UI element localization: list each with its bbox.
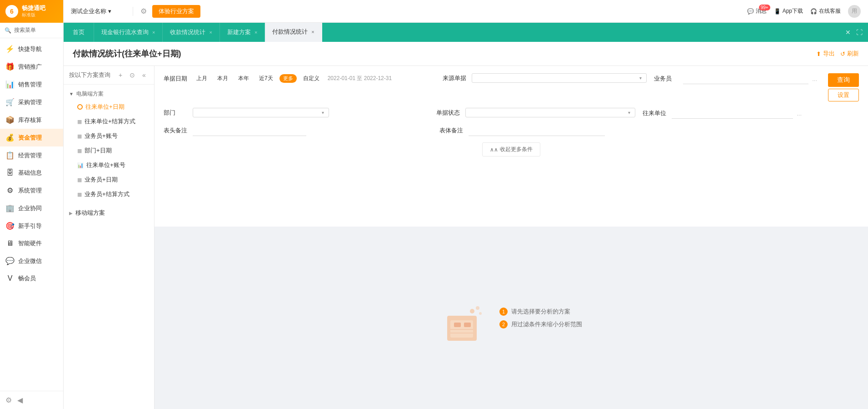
topbar-right: 💬 消息 99+ 📱 App下载 🎧 在线客服 用 — [747, 5, 861, 18]
company-selector[interactable]: 测试企业名称 ▾ — [71, 7, 125, 15]
partner-input[interactable] — [672, 108, 793, 119]
sidebar-item-xinshou[interactable]: 🎯新手引导 — [0, 217, 63, 235]
online-service-btn[interactable]: 🎧 在线客服 — [810, 7, 841, 15]
filter-row-1: 单据日期 上月 本月 本年 近7天 更多 自定义 2022-01-01 至 20… — [164, 73, 859, 101]
scheme-header-icons: + ⊙ « — [116, 71, 149, 80]
tab-fullscreen-icon[interactable]: ⛶ — [856, 29, 863, 36]
scheme-item-lw-settle[interactable]: ▦ 往来单位+结算方式 — [64, 114, 154, 129]
scheme-panel: 按以下方案查询 + ⊙ « ▼ 电脑端方案 往来单位+日期 — [64, 66, 155, 409]
scheme-item-dept-date-icon: ▦ — [77, 148, 82, 154]
scheme-item-dept-date[interactable]: ▦ 部门+日期 — [64, 143, 154, 158]
logo-text-group: 畅捷通吧 标准版 — [22, 5, 45, 18]
scheme-collapse-btn[interactable]: « — [140, 71, 149, 80]
settings-footer-icon[interactable]: ⚙ — [5, 396, 12, 404]
empty-hint-1: 1 请先选择要分析的方案 — [499, 308, 582, 316]
sidebar-item-jingying[interactable]: 📋经营管理 — [0, 146, 63, 164]
page-content: 付款情况统计(往来单位+日期) ⬆ 导出 ↺ 刷新 按以下方案查询 — [64, 42, 868, 409]
scheme-item-lw-acct[interactable]: 📊 往来单位+账号 — [64, 158, 154, 172]
mobile-scheme-section[interactable]: ▶ 移动端方案 — [64, 205, 154, 221]
dept-select[interactable]: ▾ — [193, 108, 329, 117]
scheme-item-dept-date-label: 部门+日期 — [85, 146, 112, 155]
query-btn[interactable]: 查询 — [828, 73, 859, 87]
sidebar-item-kucun[interactable]: 📦库存核算 — [0, 111, 63, 129]
right-panel: 单据日期 上月 本月 本年 近7天 更多 自定义 2022-01-01 至 20… — [155, 66, 868, 409]
scheme-item-lw-date[interactable]: 往来单位+日期 — [64, 100, 154, 114]
filter-panel: 单据日期 上月 本月 本年 近7天 更多 自定义 2022-01-01 至 20… — [155, 66, 868, 227]
topbar-divider — [133, 7, 133, 16]
user-avatar[interactable]: 用 — [848, 5, 861, 18]
date-opt-this-month[interactable]: 本月 — [214, 73, 232, 84]
sidebar-icon-jingying: 📋 — [5, 151, 15, 160]
date-opt-7days[interactable]: 近7天 — [255, 73, 277, 84]
page-header: 付款情况统计(往来单位+日期) ⬆ 导出 ↺ 刷新 — [64, 42, 868, 66]
sidebar-item-kuaijie[interactable]: ⚡快捷导航 — [0, 40, 63, 58]
sidebar-icon-jichu: 🗄 — [5, 169, 15, 177]
body-note-input[interactable] — [469, 125, 605, 136]
date-opt-more[interactable]: 更多 — [279, 74, 297, 83]
sidebar-item-jichu[interactable]: 🗄基础信息 — [0, 164, 63, 182]
source-doc-label: 来源单据 — [443, 74, 468, 82]
tab-payment-stat-close[interactable]: × — [311, 29, 314, 35]
trial-btn[interactable]: 体验行业方案 — [152, 5, 200, 18]
sidebar-label-jichu: 基础信息 — [18, 169, 42, 177]
tab-home[interactable]: 首页 — [64, 23, 94, 42]
sidebar-item-chang[interactable]: V畅会员 — [0, 270, 63, 287]
sidebar-item-xitong[interactable]: ⚙系统管理 — [0, 182, 63, 199]
collapse-sidebar-icon[interactable]: ◀ — [17, 396, 23, 404]
export-btn[interactable]: ⬆ 导出 — [816, 50, 835, 58]
tab-receipts-close[interactable]: × — [209, 30, 212, 35]
header-note-input[interactable] — [193, 125, 306, 136]
tab-payment-stat[interactable]: 付款情况统计 × — [265, 23, 322, 42]
scheme-settings-btn[interactable]: ⊙ — [128, 71, 137, 80]
date-range-text: 2022-01-01 至 2022-12-31 — [328, 75, 392, 82]
sidebar-item-zhinen[interactable]: 🖥智能硬件 — [0, 235, 63, 252]
tab-close-all-icon[interactable]: ✕ — [845, 29, 851, 36]
source-doc-select[interactable]: ▾ — [472, 73, 647, 83]
scheme-item-staff-acct[interactable]: ▦ 业务员+账号 — [64, 129, 154, 143]
app-download-btn[interactable]: 📱 App下载 — [774, 7, 803, 15]
sidebar-label-zhinen: 智能硬件 — [18, 239, 42, 247]
sidebar-item-weixin[interactable]: 💬企业微信 — [0, 252, 63, 270]
tab-receipts-label: 收款情况统计 — [170, 28, 205, 36]
scheme-item-staff-settle[interactable]: ▦ 业务员+结算方式 — [64, 187, 154, 202]
scheme-item-staff-date-label: 业务员+日期 — [85, 176, 118, 184]
body-note-label: 表体备注 — [439, 126, 465, 135]
salesman-label: 业务员 — [654, 75, 679, 83]
message-btn[interactable]: 💬 消息 99+ — [747, 7, 767, 15]
main-content: 测试企业名称 ▾ ⚙ 体验行业方案 💬 消息 99+ 📱 App下载 🎧 在线客… — [64, 0, 868, 409]
date-opt-custom[interactable]: 自定义 — [299, 73, 323, 84]
sidebar-item-qiye[interactable]: 🏢企业协同 — [0, 199, 63, 217]
desktop-section-title[interactable]: ▼ 电脑端方案 — [64, 88, 154, 100]
scheme-item-staff-date-icon: ▦ — [77, 177, 82, 183]
salesman-dots[interactable]: ... — [812, 76, 817, 82]
tab-receipts[interactable]: 收款情况统计 × — [163, 23, 219, 42]
tab-home-label: 首页 — [73, 28, 85, 36]
date-opt-this-year[interactable]: 本年 — [234, 73, 253, 84]
salesman-input[interactable] — [683, 73, 808, 84]
scheme-item-lw-acct-icon: 📊 — [77, 162, 84, 168]
scheme-add-btn[interactable]: + — [116, 71, 125, 80]
collapse-btn[interactable]: ∧∧ 收起更多条件 — [482, 142, 540, 157]
header-note-label: 表头备注 — [164, 126, 189, 135]
partner-dots[interactable]: ... — [797, 110, 802, 117]
doc-status-select[interactable]: ▾ — [465, 108, 635, 117]
date-opt-last-month[interactable]: 上月 — [193, 73, 211, 84]
scheme-item-staff-date[interactable]: ▦ 业务员+日期 — [64, 172, 154, 187]
sidebar-label-chang: 畅会员 — [18, 274, 36, 283]
tab-new-scheme-label: 新建方案 — [227, 28, 251, 36]
sidebar-item-zijin[interactable]: 💰资金管理 — [0, 129, 63, 146]
sidebar-item-xiaoshou[interactable]: 📊销售管理 — [0, 76, 63, 93]
search-menu[interactable]: 🔍 搜索菜单 — [0, 23, 63, 38]
company-name: 测试企业名称 — [71, 7, 106, 15]
sidebar-item-yingxiao[interactable]: 🎁营销推广 — [0, 58, 63, 76]
settings-btn[interactable]: 设置 — [828, 89, 859, 101]
tab-new-scheme[interactable]: 新建方案 × — [220, 23, 265, 42]
refresh-btn[interactable]: ↺ 刷新 — [840, 50, 859, 58]
sidebar-icon-zijin: 💰 — [5, 133, 15, 142]
tab-cashflow-close[interactable]: × — [152, 30, 155, 35]
tab-new-scheme-close[interactable]: × — [254, 30, 257, 35]
doc-status-label: 单据状态 — [436, 109, 462, 117]
sidebar-item-caigou[interactable]: 🛒采购管理 — [0, 93, 63, 111]
topbar-settings-icon[interactable]: ⚙ — [140, 7, 147, 15]
tab-cashflow[interactable]: 现金银行流水查询 × — [94, 23, 163, 42]
